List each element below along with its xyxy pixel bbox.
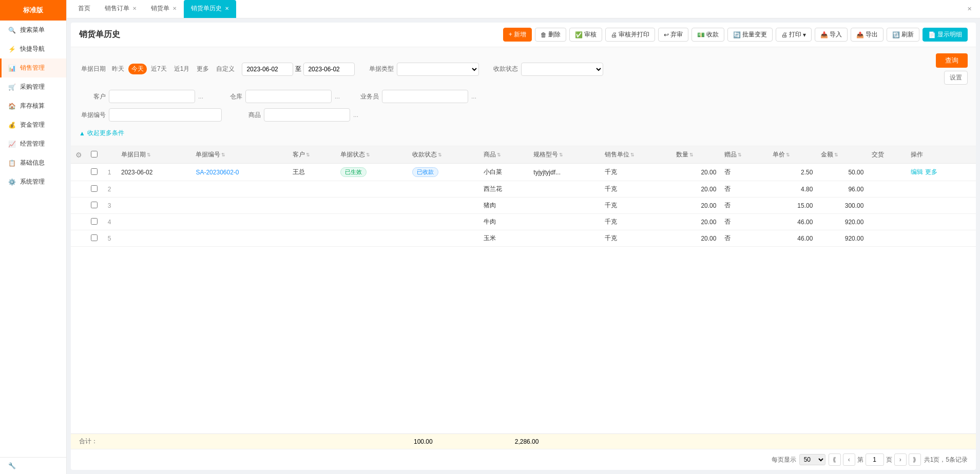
td-customer bbox=[289, 181, 337, 198]
td-check[interactable] bbox=[86, 164, 102, 181]
date-tab-custom[interactable]: 自定义 bbox=[213, 64, 238, 74]
tab-sales-history-label: 销货单历史 bbox=[191, 4, 222, 13]
tab-sales-goods-close[interactable]: ✕ bbox=[172, 6, 177, 11]
page-first-btn[interactable]: ⟪ bbox=[829, 453, 841, 466]
sidebar-item-purchase-mgmt[interactable]: 🛒 采购管理 bbox=[0, 77, 66, 96]
warehouse-input[interactable] bbox=[245, 90, 332, 103]
filter-area: 单据日期 昨天 今天 近7天 近1月 更多 自定义 至 bbox=[71, 47, 976, 146]
th-spec[interactable]: 规格型号 ⇅ bbox=[529, 146, 601, 164]
sidebar-item-basic-info[interactable]: 📋 基础信息 bbox=[0, 153, 66, 172]
td-check[interactable] bbox=[86, 214, 102, 230]
sidebar-item-finance-mgmt[interactable]: 💰 资金管理 bbox=[0, 115, 66, 134]
print-button[interactable]: 🖨 打印 ▾ bbox=[776, 28, 812, 42]
delete-icon: 🗑 bbox=[541, 31, 547, 38]
refresh-button[interactable]: 🔃 刷新 bbox=[887, 28, 919, 42]
collapse-filter-btn[interactable]: ▲ 收起更多条件 bbox=[79, 127, 968, 140]
tab-sales-history-close[interactable]: ✕ bbox=[225, 6, 229, 11]
audit-print-icon: 🖨 bbox=[611, 31, 617, 38]
goods-picker-btn[interactable]: ... bbox=[353, 111, 358, 118]
td-num: 4 bbox=[102, 214, 117, 230]
th-doc-no[interactable]: 单据编号 ⇅ bbox=[191, 146, 288, 164]
row-checkbox[interactable] bbox=[91, 185, 98, 192]
goods-input[interactable] bbox=[264, 108, 350, 122]
action-btn[interactable]: 更多 bbox=[925, 168, 937, 175]
action-btn[interactable]: 编辑 bbox=[911, 168, 923, 175]
page-total-info: 共1页，5条记录 bbox=[924, 456, 968, 464]
show-detail-button[interactable]: 📄 显示明细 bbox=[923, 28, 968, 42]
page-input[interactable] bbox=[866, 453, 884, 466]
th-qty[interactable]: 数量 ⇅ bbox=[672, 146, 720, 164]
date-from-input[interactable] bbox=[242, 63, 293, 76]
th-gift[interactable]: 赠品 ⇅ bbox=[720, 146, 768, 164]
th-collect-status[interactable]: 收款状态 ⇅ bbox=[408, 146, 479, 164]
th-check[interactable] bbox=[86, 146, 102, 164]
audit-print-button[interactable]: 🖨 审核并打印 bbox=[605, 28, 655, 42]
date-tab-1month[interactable]: 近1月 bbox=[171, 64, 193, 74]
th-customer[interactable]: 客户 ⇅ bbox=[289, 146, 337, 164]
filter-settings-button[interactable]: 设置 bbox=[944, 71, 968, 85]
th-price[interactable]: 单价 ⇅ bbox=[768, 146, 817, 164]
sidebar-item-search-menu[interactable]: 🔍 搜索菜单 bbox=[0, 21, 66, 40]
date-tab-today[interactable]: 今天 bbox=[128, 64, 147, 74]
tab-sales-goods[interactable]: 销货单 ✕ bbox=[144, 0, 184, 18]
warehouse-picker-btn[interactable]: ... bbox=[335, 93, 340, 100]
row-checkbox[interactable] bbox=[91, 218, 98, 225]
th-doc-date[interactable]: 单据日期 ⇅ bbox=[117, 146, 191, 164]
delete-button[interactable]: 🗑 删除 bbox=[535, 28, 566, 42]
row-checkbox[interactable] bbox=[91, 234, 98, 241]
query-button[interactable]: 查询 bbox=[936, 53, 968, 68]
collect-status-select[interactable] bbox=[521, 63, 603, 76]
page-last-btn[interactable]: ⟫ bbox=[909, 453, 921, 466]
tab-close-all[interactable]: ✕ bbox=[963, 4, 976, 14]
row-checkbox[interactable] bbox=[91, 202, 98, 208]
td-trade bbox=[868, 214, 906, 230]
search-menu-icon: 🔍 bbox=[8, 26, 16, 34]
sidebar-item-sales-mgmt[interactable]: 📊 销售管理 bbox=[0, 58, 66, 77]
sidebar-settings-btn[interactable]: 🔧 bbox=[0, 458, 66, 474]
td-check[interactable] bbox=[86, 230, 102, 247]
sidebar-item-ops-mgmt[interactable]: 📈 经营管理 bbox=[0, 134, 66, 153]
salesperson-input[interactable] bbox=[382, 90, 468, 103]
date-tab-more[interactable]: 更多 bbox=[194, 64, 212, 74]
date-tab-7days[interactable]: 近7天 bbox=[148, 64, 170, 74]
td-doc-no bbox=[191, 198, 288, 214]
sidebar-bottom: 🔧 bbox=[0, 457, 66, 474]
salesperson-picker-btn[interactable]: ... bbox=[471, 93, 476, 100]
td-check[interactable] bbox=[86, 181, 102, 198]
th-goods[interactable]: 商品 ⇅ bbox=[479, 146, 530, 164]
collect-button[interactable]: 💵 收款 bbox=[691, 28, 724, 42]
sidebar-item-sys-mgmt[interactable]: ⚙️ 系统管理 bbox=[0, 172, 66, 191]
tab-sales-history[interactable]: 销货单历史 ✕ bbox=[184, 0, 236, 18]
customer-input[interactable] bbox=[109, 90, 195, 103]
th-unit[interactable]: 销售单位 ⇅ bbox=[601, 146, 672, 164]
gear-icon[interactable]: ⚙ bbox=[75, 151, 82, 159]
audit-button[interactable]: ✅ 审核 bbox=[569, 28, 602, 42]
th-gear[interactable]: ⚙ bbox=[71, 146, 86, 164]
customer-picker-btn[interactable]: ... bbox=[198, 93, 203, 100]
tab-sales-order-close[interactable]: ✕ bbox=[132, 6, 137, 11]
select-all-checkbox[interactable] bbox=[91, 151, 98, 157]
abandon-button[interactable]: ↩ 弃审 bbox=[658, 28, 688, 42]
export-button[interactable]: 📤 导出 bbox=[851, 28, 883, 42]
th-doc-status[interactable]: 单据状态 ⇅ bbox=[336, 146, 408, 164]
date-tab-yesterday[interactable]: 昨天 bbox=[109, 64, 127, 74]
doc-no-link[interactable]: SA-20230602-0 bbox=[196, 169, 239, 176]
td-check[interactable] bbox=[86, 198, 102, 214]
tab-sales-order[interactable]: 销售订单 ✕ bbox=[98, 0, 144, 18]
batch-change-button[interactable]: 🔄 批量变更 bbox=[727, 28, 773, 42]
new-button[interactable]: + 新增 bbox=[503, 28, 532, 42]
sidebar-item-inventory-calc[interactable]: 🏠 库存核算 bbox=[0, 96, 66, 115]
th-price-label: 单价 bbox=[773, 150, 785, 159]
import-button[interactable]: 📥 导入 bbox=[815, 28, 848, 42]
page-prev-btn[interactable]: ‹ bbox=[843, 453, 855, 466]
tab-home[interactable]: 首页 bbox=[71, 0, 98, 18]
th-trade-label: 交货 bbox=[872, 151, 884, 158]
page-size-select[interactable]: 20 50 100 bbox=[799, 454, 825, 465]
row-checkbox[interactable] bbox=[91, 168, 98, 175]
th-amount[interactable]: 金额 ⇅ bbox=[817, 146, 868, 164]
doc-no-input[interactable] bbox=[109, 108, 222, 122]
doc-type-select[interactable] bbox=[397, 63, 479, 76]
sidebar-item-quick-nav[interactable]: ⚡ 快捷导航 bbox=[0, 40, 66, 58]
date-to-input[interactable] bbox=[303, 63, 355, 76]
page-next-btn[interactable]: › bbox=[894, 453, 907, 466]
